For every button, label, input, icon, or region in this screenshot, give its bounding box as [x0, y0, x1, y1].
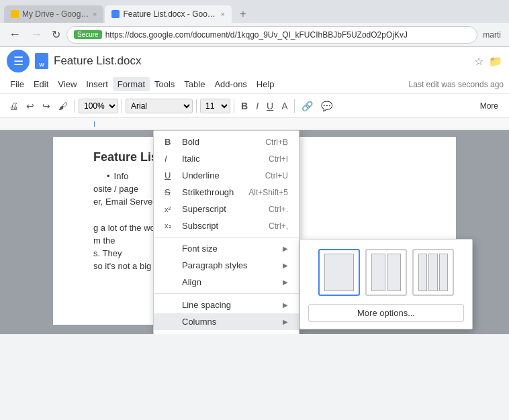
menu-bar: File Edit View Insert Format Tools Table…	[0, 75, 509, 94]
italic-shortcut: Ctrl+I	[269, 154, 288, 164]
undo-btn[interactable]: ↩	[23, 99, 38, 113]
menu-item-edit[interactable]: Edit	[29, 77, 53, 91]
bold-icon: B	[165, 137, 175, 147]
bold-btn[interactable]: B	[238, 99, 251, 113]
redo-btn[interactable]: ↪	[39, 99, 54, 113]
menu-item-table[interactable]: Table	[179, 77, 210, 91]
menu-section-3: Line spacing ▶ Columns ▶ Lists ▶	[154, 294, 299, 334]
font-family-select[interactable]: Arial	[126, 99, 193, 113]
tab-close-icon[interactable]: ×	[93, 10, 97, 18]
doc-title[interactable]: Feature List.docx	[54, 54, 469, 68]
font-size-select[interactable]: 11	[200, 99, 230, 113]
comment-btn[interactable]: 💬	[318, 99, 336, 113]
column-3-option[interactable]	[412, 249, 454, 296]
star-btn[interactable]: ☆	[474, 55, 483, 68]
menu-item-addons[interactable]: Add-ons	[210, 77, 251, 91]
menu-font-size[interactable]: Font size ▶	[154, 240, 299, 257]
menu-section-2: Font size ▶ Paragraph styles ▶ Align ▶	[154, 238, 299, 294]
menu-bold[interactable]: B Bold Ctrl+B	[154, 134, 299, 150]
column-1-option[interactable]	[318, 249, 360, 296]
last-edit-text: Last edit was seconds ago	[409, 80, 504, 89]
font-color-btn[interactable]: A	[278, 99, 291, 113]
toolbar-sep4	[234, 99, 234, 113]
align-arrow: ▶	[283, 278, 288, 286]
more-options-btn[interactable]: More options...	[308, 304, 464, 322]
refresh-btn[interactable]: ↻	[48, 27, 64, 42]
columns-label: Columns	[182, 317, 276, 327]
format-menu: B Bold Ctrl+B I Italic Ctrl+I U Underlin…	[153, 130, 299, 334]
superscript-label: Superscript	[182, 204, 262, 214]
toolbar-sep5	[294, 99, 295, 113]
url-text: https://docs.google.com/document/d/1kqgo…	[105, 30, 408, 40]
menu-underline[interactable]: U Underline Ctrl+U	[154, 167, 299, 184]
menu-paragraph-styles[interactable]: Paragraph styles ▶	[154, 257, 299, 274]
tab-favicon	[11, 10, 19, 18]
ruler	[0, 118, 509, 130]
underline-btn[interactable]: U	[263, 99, 277, 113]
subscript-label: Subscript	[182, 221, 262, 231]
tab-docs[interactable]: Feature List.docx - Google... ×	[105, 5, 231, 23]
secure-badge: Secure	[74, 30, 102, 39]
toolbar-sep3	[196, 99, 197, 113]
paragraph-styles-label: Paragraph styles	[182, 260, 276, 270]
url-bar[interactable]: Secure https://docs.google.com/document/…	[66, 26, 477, 44]
col3-preview	[418, 254, 448, 291]
menu-line-spacing[interactable]: Line spacing ▶	[154, 297, 299, 313]
underline-shortcut: Ctrl+U	[265, 171, 288, 180]
link-btn[interactable]: 🔗	[298, 99, 316, 113]
bullet-icon: •	[107, 171, 110, 181]
browser-chrome: My Drive - Google Drive × Feature List.d…	[0, 0, 509, 47]
strikethrough-label: Strikethrough	[182, 187, 242, 197]
italic-btn[interactable]: I	[252, 99, 262, 113]
app-container: ☰ W Feature List.docx ☆ 📁 File Edit View…	[0, 47, 509, 130]
doc-area: Feature List. • Info osite / page er, Em…	[0, 130, 509, 334]
column-2-option[interactable]	[365, 249, 407, 296]
menu-item-format[interactable]: Format	[113, 77, 150, 91]
menu-item-tools[interactable]: Tools	[150, 77, 179, 91]
zoom-select[interactable]: 100%	[79, 99, 118, 113]
tab-google-drive[interactable]: My Drive - Google Drive ×	[4, 5, 103, 23]
menu-italic[interactable]: I Italic Ctrl+I	[154, 150, 299, 167]
menu-columns[interactable]: Columns ▶	[154, 313, 299, 330]
new-tab-btn[interactable]: +	[234, 5, 252, 23]
columns-arrow: ▶	[283, 318, 288, 325]
bold-label: Bold	[182, 137, 259, 147]
strikethrough-shortcut: Alt+Shift+5	[248, 188, 288, 197]
paint-format-btn[interactable]: 🖌	[55, 99, 71, 113]
forward-btn[interactable]: →	[27, 26, 46, 43]
columns-submenu: More options...	[299, 239, 473, 329]
underline-label: Underline	[182, 170, 259, 180]
more-btn[interactable]: More	[475, 99, 504, 113]
tab-docs-close-icon[interactable]: ×	[220, 10, 224, 18]
subscript-shortcut: Ctrl+,	[269, 221, 288, 231]
font-size-arrow: ▶	[283, 245, 288, 252]
menu-superscript[interactable]: x² Superscript Ctrl+.	[154, 201, 299, 217]
subscript-icon: x₂	[165, 221, 175, 230]
col1-preview	[324, 254, 354, 291]
menu-item-file[interactable]: File	[5, 77, 29, 91]
nav-bar: ← → ↻ Secure https://docs.google.com/doc…	[0, 23, 509, 47]
hamburger-btn[interactable]: ☰	[7, 50, 30, 72]
italic-icon: I	[165, 154, 175, 164]
lists-label: Lists	[182, 333, 276, 334]
menu-align[interactable]: Align ▶	[154, 274, 299, 291]
italic-label: Italic	[182, 154, 262, 164]
tab-bar: My Drive - Google Drive × Feature List.d…	[0, 0, 509, 23]
align-label: Align	[182, 277, 276, 287]
move-btn[interactable]: 📁	[489, 55, 502, 68]
menu-item-view[interactable]: View	[53, 77, 81, 91]
print-btn[interactable]: 🖨	[5, 99, 21, 113]
menu-item-insert[interactable]: Insert	[81, 77, 113, 91]
col2-preview	[371, 254, 401, 291]
back-btn[interactable]: ←	[5, 26, 24, 43]
menu-lists[interactable]: Lists ▶	[154, 330, 299, 334]
app-title-row: ☰ W Feature List.docx ☆ 📁	[0, 47, 509, 75]
tab-docs-label: Feature List.docx - Google...	[123, 9, 217, 19]
menu-section-1: B Bold Ctrl+B I Italic Ctrl+I U Underlin…	[154, 131, 299, 238]
user-avatar[interactable]: marti	[480, 30, 504, 40]
menu-strikethrough[interactable]: S Strikethrough Alt+Shift+5	[154, 184, 299, 201]
menu-item-help[interactable]: Help	[252, 77, 279, 91]
toolbar-sep1	[75, 99, 75, 113]
doc-icon: W	[35, 53, 48, 69]
menu-subscript[interactable]: x₂ Subscript Ctrl+,	[154, 217, 299, 234]
